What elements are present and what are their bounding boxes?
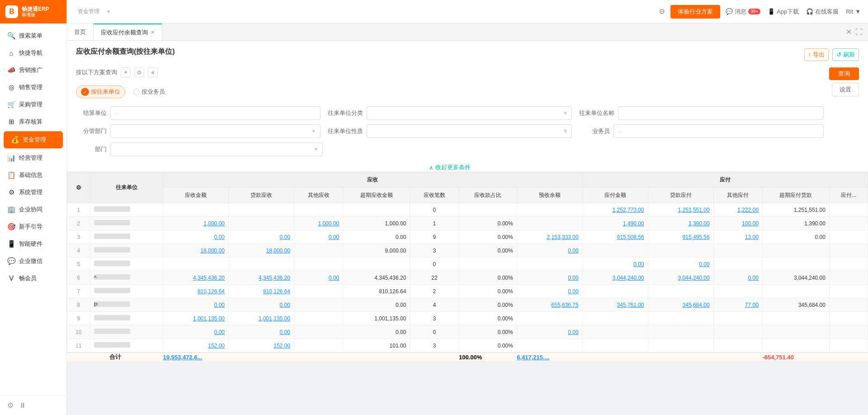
filter-collapse-area: ∧ 收起更多条件 xyxy=(76,163,824,172)
filter-group-settlement: 结算单位 ··· xyxy=(76,106,321,120)
sub-filter-by-partner[interactable]: ✓ 按往来单位 xyxy=(76,86,125,98)
tab-close-icon[interactable]: ✕ xyxy=(151,29,155,35)
table-row: 6^4,345,436.204,345,436.200.004,345,436.… xyxy=(67,271,868,285)
sidebar-item-search[interactable]: 🔍 搜索菜单 xyxy=(0,27,66,44)
sidebar-item-sales[interactable]: ◎ 销售管理 xyxy=(0,79,66,96)
breadcrumb-separator: ▼ xyxy=(106,9,111,15)
tab-maximize-icon[interactable]: ⛶ xyxy=(855,28,863,36)
partner-nature-input[interactable]: ▼ xyxy=(367,124,572,138)
filter-row-1: 结算单位 ··· 往来单位分类 ▼ 往来单位名称 xyxy=(76,106,824,120)
sidebar-item-marketing[interactable]: 📣 营销推广 xyxy=(0,62,66,79)
purchase-icon: 🛒 xyxy=(7,100,15,109)
managing-dept-label: 分管部门 xyxy=(76,127,107,135)
topbar-settings-icon[interactable]: ⚙ xyxy=(659,7,665,16)
user-chevron-icon: ▼ xyxy=(855,8,861,15)
marketing-icon: 📣 xyxy=(7,66,15,74)
sidebar-item-enterprise[interactable]: 🏢 企业协同 xyxy=(0,201,66,218)
filter-group-partner-category: 往来单位分类 ▼ xyxy=(328,106,572,120)
th-partner: 往来单位 xyxy=(90,172,163,203)
sidebar-item-inventory[interactable]: ⊞ 库存核算 xyxy=(0,113,66,130)
filter-group-managing-dept: 分管部门 ▼ xyxy=(76,124,321,138)
filter-add-btn[interactable]: + xyxy=(121,67,131,77)
sidebar-item-operations[interactable]: 📊 经营管理 xyxy=(0,149,66,167)
sidebar-item-quicknav[interactable]: ⌂ 快捷导航 xyxy=(0,44,66,62)
footer-ap-overdue: -654,751.40 xyxy=(762,353,829,361)
table-row: 30.000.000.000.0090.00%2,153,333.00915,5… xyxy=(67,230,868,244)
sidebar-label-system: 系统管理 xyxy=(19,188,42,196)
settlement-label: 结算单位 xyxy=(76,109,107,117)
table-row: 418,000.0018,000.009,000.0030.00%0.00 xyxy=(67,244,868,258)
collapse-footer-icon[interactable]: ⏸ xyxy=(19,401,26,410)
table-row: 7810,126.64810,126.64810,126.6420.00%0.0… xyxy=(67,285,868,298)
th-prepaid: 预收余额 xyxy=(517,188,582,203)
sidebar-label-guide: 新手引导 xyxy=(19,223,42,231)
user-item[interactable]: Rit ▼ xyxy=(846,8,861,15)
table-settings-icon[interactable]: ⚙ xyxy=(76,184,81,191)
partner-cell xyxy=(90,230,163,244)
th-ar-count: 应收笔数 xyxy=(410,188,459,203)
sidebar-item-member[interactable]: Ⅴ 畅会员 xyxy=(0,270,66,287)
th-ap-extra: 应付... xyxy=(829,188,868,203)
sidebar-label-smarthw: 智能硬件 xyxy=(19,240,42,248)
collapse-up-icon: ∧ xyxy=(429,164,434,171)
solution-button[interactable]: 体验行业方案 xyxy=(670,5,720,19)
table-row: 100.000.000.0000.00%0.00 xyxy=(67,325,868,339)
partner-category-input[interactable]: ▼ xyxy=(367,106,572,120)
partner-name-input[interactable] xyxy=(618,106,824,120)
export-button[interactable]: ↑ 导出 xyxy=(804,48,829,61)
managing-dept-input[interactable]: ▼ xyxy=(110,124,321,138)
online-service-label: 在线客服 xyxy=(815,8,839,16)
online-service-item[interactable]: 🎧 在线客服 xyxy=(806,8,839,16)
sales-icon: ◎ xyxy=(7,83,15,91)
filter-settings-btn[interactable]: ⊙ xyxy=(134,67,144,77)
filter-group-partner-nature: 往来单位性质 ▼ xyxy=(328,124,572,138)
filter-expand-btn[interactable]: « xyxy=(148,67,158,77)
settings-button[interactable]: 设置 xyxy=(832,83,859,96)
service-icon: 🎧 xyxy=(806,8,813,15)
quicknav-icon: ⌂ xyxy=(7,49,15,57)
app-download-label: App下载 xyxy=(777,8,799,16)
inventory-icon: ⊞ xyxy=(7,118,15,126)
sidebar-item-basicinfo[interactable]: 📋 基础信息 xyxy=(0,167,66,184)
query-button[interactable]: 查询 xyxy=(829,67,859,80)
sub-filter-salesperson-circle xyxy=(133,89,140,95)
query-buttons: 查询 设置 xyxy=(829,67,859,96)
sidebar-item-system[interactable]: ⚙ 系统管理 xyxy=(0,184,66,201)
sidebar: B 畅捷通ERP 标准版 🔍 搜索菜单 ⌂ 快捷导航 📣 营销推广 ◎ 销售管理… xyxy=(0,0,67,415)
enterprise-icon: 🏢 xyxy=(7,205,15,214)
th-receivable-group: 应收 xyxy=(163,172,583,188)
sidebar-item-smarthw[interactable]: 📱 智能硬件 xyxy=(0,235,66,253)
filter-collapse-btn[interactable]: ∧ 收起更多条件 xyxy=(429,163,471,172)
settings-footer-icon[interactable]: ⚙ xyxy=(7,401,14,410)
refresh-button[interactable]: ↺ 刷新 xyxy=(832,48,859,61)
settlement-unit-input[interactable]: ··· xyxy=(110,106,321,120)
sidebar-item-wechat[interactable]: 💬 企业微信 xyxy=(0,253,66,270)
app-download-item[interactable]: 📱 App下载 xyxy=(768,8,799,16)
sidebar-item-purchase[interactable]: 🛒 采购管理 xyxy=(0,96,66,113)
sub-filter-by-salesperson[interactable]: 按业务员 xyxy=(129,86,170,98)
sidebar-item-capital[interactable]: 💰 资金管理 xyxy=(4,131,63,148)
tab-bar-actions: ✕ ⛶ xyxy=(840,28,868,36)
th-ar-ratio: 应收款占比 xyxy=(459,188,517,203)
sidebar-item-guide[interactable]: 🎯 新手引导 xyxy=(0,218,66,235)
partner-cell: ^ xyxy=(90,271,163,285)
topbar-right: 💬 消息 99+ 📱 App下载 🎧 在线客服 Rit ▼ xyxy=(726,8,861,16)
footer-ar-amount: 19,553,472,6... xyxy=(163,353,229,361)
tab-home[interactable]: 首页 xyxy=(67,24,94,40)
tab-close-window-icon[interactable]: ✕ xyxy=(846,28,852,36)
th-ap-amount: 应付金额 xyxy=(582,188,648,203)
basicinfo-icon: 📋 xyxy=(7,171,15,179)
message-item[interactable]: 💬 消息 99+ xyxy=(726,8,760,16)
table-row: 11152.00152.00101.0030.00% xyxy=(67,339,868,353)
partner-cell: P xyxy=(90,298,163,312)
tab-ar-ap[interactable]: 应收应付余额查询 ✕ xyxy=(94,24,162,40)
th-ap-other: 其他应付 xyxy=(713,188,762,203)
department-input[interactable]: ▼ xyxy=(110,143,323,156)
salesperson-input[interactable]: ··· xyxy=(613,124,824,138)
partner-cell xyxy=(90,203,163,217)
table-container: ⚙ 往来单位 应收 应付 应收金额 贷款应收 其他应收 超期应收金额 应收笔数 … xyxy=(67,172,868,361)
partner-category-label: 往来单位分类 xyxy=(328,109,363,117)
partner-name-label: 往来单位名称 xyxy=(579,109,614,117)
logo-text: 畅捷通ERP 标准版 xyxy=(22,6,49,18)
message-label: 消息 xyxy=(735,8,746,16)
